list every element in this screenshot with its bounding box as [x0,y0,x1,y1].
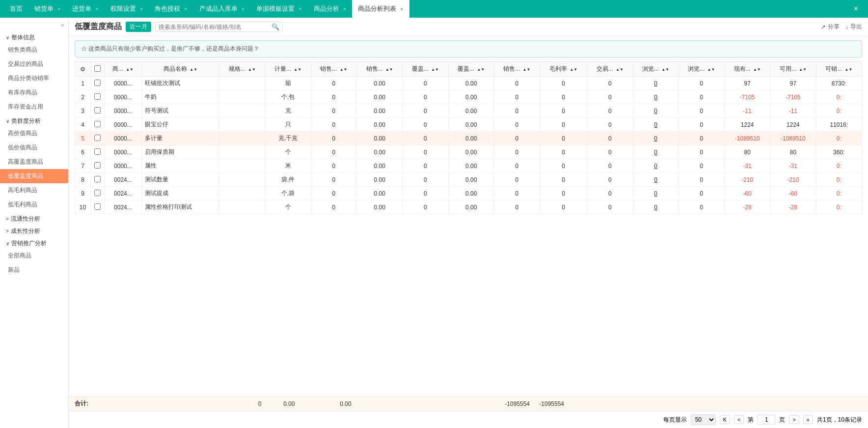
sort-views1[interactable]: ▲▼ [661,67,669,72]
search-input[interactable] [159,24,271,30]
row-checkbox[interactable] [91,200,105,214]
nav-roles-close[interactable]: × [184,0,187,18]
row-views1[interactable]: 0 [633,118,678,132]
sidebar-section-cluster[interactable]: ∨ 类群度分析 [0,114,68,126]
export-button[interactable]: ↓ 导出 [845,23,862,31]
sidebar-collapse-button[interactable]: « [0,20,68,30]
row-checkbox[interactable] [91,145,105,159]
nav-permissions-close[interactable]: × [140,0,143,18]
sort-sales-ratio[interactable]: ▲▼ [523,67,531,72]
sidebar-section-flow[interactable]: > 流通性分析 [0,212,68,224]
nav-purchase[interactable]: 进货单 × [66,0,104,18]
th-transaction[interactable]: 交易... ▲▼ [587,62,633,77]
sidebar-item-category-rate[interactable]: 商品分类动销率 [0,71,68,86]
sidebar-item-stocked-goods[interactable]: 有库存商品 [0,86,68,100]
nav-sales[interactable]: 销货单 × [28,0,66,18]
sidebar-item-high-coverage[interactable]: 高覆盖度商品 [0,155,68,169]
th-name[interactable]: 商品名称 ▲▼ [141,62,219,77]
nav-product-analysis[interactable]: 商品分析 × [308,0,352,18]
sidebar-item-all-goods[interactable]: 全部商品 [0,249,68,263]
row-views1[interactable]: 0 [633,200,678,214]
sidebar-section-overall[interactable]: ∨ 整体信息 [0,30,68,43]
nav-roles[interactable]: 角色授权 × [149,0,193,18]
sort-transaction[interactable]: ▲▼ [616,67,624,72]
row-views1[interactable]: 0 [633,77,678,90]
th-checkbox[interactable] [91,62,105,77]
views1-link[interactable]: 0 [654,204,657,211]
th-spec[interactable]: 规格... ▲▼ [219,62,265,77]
sort-gross-margin[interactable]: ▲▼ [570,67,577,72]
sort-available-stock[interactable]: ▲▼ [799,67,807,72]
row-checkbox[interactable] [91,90,105,104]
views1-link[interactable]: 0 [654,121,657,128]
nav-templates-close[interactable]: × [298,0,301,18]
row-views1[interactable]: 0 [633,104,678,118]
row-select-checkbox[interactable] [94,93,101,100]
row-views1[interactable]: 0 [633,145,678,159]
row-select-checkbox[interactable] [94,203,101,210]
sort-sales-amt[interactable]: ▲▼ [385,67,393,72]
th-sales-qty[interactable]: 销售... ▲▼ [311,62,356,77]
nav-products[interactable]: 产成品入库单 × [193,0,250,18]
row-select-checkbox[interactable] [94,148,101,155]
views1-link[interactable]: 0 [654,149,657,156]
sort-spec[interactable]: ▲▼ [248,67,256,72]
nav-product-analysis-list-close[interactable]: × [400,0,403,18]
row-checkbox[interactable] [91,173,105,187]
nav-templates[interactable]: 单据模板设置 × [250,0,307,18]
th-coverage2[interactable]: 覆盖... ▲▼ [448,62,494,77]
nav-home[interactable]: 首页 [4,0,28,18]
sort-coverage1[interactable]: ▲▼ [431,67,439,72]
sort-sales-qty[interactable]: ▲▼ [340,67,348,72]
per-page-select[interactable]: 50 20 100 [691,414,716,425]
row-checkbox[interactable] [91,187,105,200]
next-page-button[interactable]: > [789,415,799,424]
last-page-button[interactable]: » [803,415,813,424]
nav-permissions[interactable]: 权限设置 × [105,0,149,18]
row-checkbox[interactable] [91,159,105,173]
row-checkbox[interactable] [91,118,105,132]
sort-views2[interactable]: ▲▼ [707,67,715,72]
select-all-checkbox[interactable] [94,65,101,72]
sidebar-item-new-products[interactable]: 新品 [0,263,68,277]
row-checkbox[interactable] [91,77,105,90]
views1-link[interactable]: 0 [654,80,657,87]
row-select-checkbox[interactable] [94,162,101,169]
row-checkbox[interactable] [91,104,105,118]
row-checkbox[interactable] [91,132,105,145]
row-select-checkbox[interactable] [94,176,101,182]
prev-page-button[interactable]: < [734,415,744,424]
sidebar-item-sales-goods[interactable]: 销售类商品 [0,43,68,57]
row-views1[interactable]: 0 [633,159,678,173]
th-sales-ratio[interactable]: 销售... ▲▼ [494,62,540,77]
sort-name[interactable]: ▲▼ [190,67,197,72]
sort-unit[interactable]: ▲▼ [294,67,301,72]
row-views1[interactable]: 0 [633,187,678,200]
th-sellable[interactable]: 可销... ▲▼ [816,62,862,77]
th-code[interactable]: 商... ▲▼ [105,62,142,77]
th-views1[interactable]: 浏览... ▲▼ [633,62,678,77]
views1-link[interactable]: 0 [654,94,657,101]
sidebar-item-low-margin[interactable]: 低毛利商品 [0,198,68,212]
nav-products-close[interactable]: × [242,0,244,18]
views1-link[interactable]: 0 [654,108,657,114]
time-filter-button[interactable]: 近一月 [126,22,151,32]
nav-product-analysis-close[interactable]: × [343,0,346,18]
row-views1[interactable]: 0 [633,132,678,145]
sidebar-item-inventory-capital[interactable]: 库存资金占用 [0,100,68,114]
sidebar-item-high-value[interactable]: 高价值商品 [0,126,68,141]
th-gross-margin[interactable]: 毛利率 ▲▼ [540,62,587,77]
row-views1[interactable]: 0 [633,90,678,104]
page-number-input[interactable] [758,415,775,425]
th-available-stock[interactable]: 可用... ▲▼ [770,62,816,77]
sort-coverage2[interactable]: ▲▼ [477,67,485,72]
nav-product-analysis-list[interactable]: 商品分析列表 × [352,0,409,18]
sidebar-item-low-coverage[interactable]: 低覆盖度商品 [0,169,68,183]
share-button[interactable]: ↗ 分享 [821,23,840,31]
sidebar-item-high-margin[interactable]: 高毛利商品 [0,183,68,198]
views1-link[interactable]: 0 [654,163,657,170]
th-coverage1[interactable]: 覆盖... ▲▼ [403,62,448,77]
th-current-stock[interactable]: 现有... ▲▼ [725,62,770,77]
views1-link[interactable]: 0 [654,135,657,142]
first-page-button[interactable]: K [720,415,730,424]
